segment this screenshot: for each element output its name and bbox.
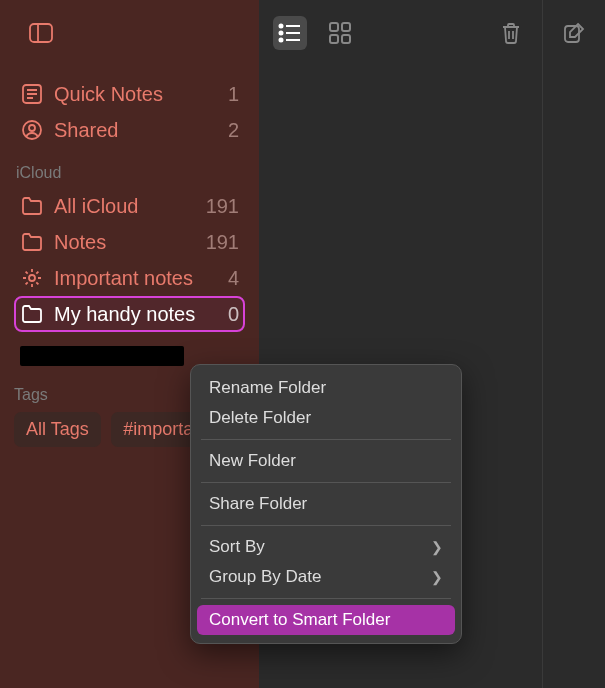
- sidebar-item-label: Important notes: [54, 267, 218, 290]
- shared-icon: [20, 118, 44, 142]
- list-view-icon[interactable]: [273, 16, 307, 50]
- sidebar-item-count: 1: [228, 83, 239, 106]
- gear-icon: [20, 266, 44, 290]
- compose-icon[interactable]: [557, 16, 591, 50]
- menu-item-rename-folder[interactable]: Rename Folder: [191, 373, 461, 403]
- menu-item-label: Share Folder: [209, 494, 307, 514]
- toggle-sidebar-icon[interactable]: [24, 16, 58, 50]
- sidebar-toolbar: [0, 0, 259, 66]
- svg-rect-12: [330, 23, 338, 31]
- chevron-right-icon: ❯: [431, 569, 443, 585]
- tag-chip-all[interactable]: All Tags: [14, 412, 101, 447]
- detail-pane: [543, 0, 605, 688]
- sidebar-item-label: All iCloud: [54, 195, 196, 218]
- menu-item-label: New Folder: [209, 451, 296, 471]
- sidebar-item-count: 191: [206, 231, 239, 254]
- svg-rect-0: [30, 24, 52, 42]
- sidebar-item-label: Notes: [54, 231, 196, 254]
- menu-divider: [201, 598, 451, 599]
- sidebar-item-count: 4: [228, 267, 239, 290]
- menu-item-label: Rename Folder: [209, 378, 326, 398]
- svg-rect-14: [330, 35, 338, 43]
- menu-item-convert-to-smart-folder[interactable]: Convert to Smart Folder: [197, 605, 455, 635]
- svg-rect-15: [342, 35, 350, 43]
- menu-item-label: Convert to Smart Folder: [209, 610, 390, 630]
- sidebar-item-count: 2: [228, 119, 239, 142]
- sidebar-item-count: 191: [206, 195, 239, 218]
- sidebar-item-all-icloud[interactable]: All iCloud 191: [14, 188, 245, 224]
- folder-icon: [20, 230, 44, 254]
- menu-item-delete-folder[interactable]: Delete Folder: [191, 403, 461, 433]
- menu-divider: [201, 482, 451, 483]
- quick-notes-icon: [20, 82, 44, 106]
- menu-item-label: Sort By: [209, 537, 265, 557]
- menu-item-share-folder[interactable]: Share Folder: [191, 489, 461, 519]
- context-menu: Rename FolderDelete FolderNew FolderShar…: [190, 364, 462, 644]
- svg-point-4: [29, 125, 35, 131]
- sidebar-item-important-notes[interactable]: Important notes 4: [14, 260, 245, 296]
- menu-item-new-folder[interactable]: New Folder: [191, 446, 461, 476]
- sidebar-item-quick-notes[interactable]: Quick Notes 1: [14, 76, 245, 112]
- menu-item-label: Delete Folder: [209, 408, 311, 428]
- menu-item-sort-by[interactable]: Sort By❯: [191, 532, 461, 562]
- menu-divider: [201, 439, 451, 440]
- svg-point-10: [280, 39, 283, 42]
- sidebar-item-label: Quick Notes: [54, 83, 218, 106]
- trash-icon[interactable]: [494, 16, 528, 50]
- sidebar-item-notes[interactable]: Notes 191: [14, 224, 245, 260]
- grid-view-icon[interactable]: [323, 16, 357, 50]
- svg-point-5: [29, 275, 35, 281]
- sidebar-top-section: Quick Notes 1 Shared 2: [0, 66, 259, 148]
- folder-icon: [20, 194, 44, 218]
- sidebar-item-shared[interactable]: Shared 2: [14, 112, 245, 148]
- menu-item-label: Group By Date: [209, 567, 321, 587]
- section-header-icloud[interactable]: iCloud: [14, 158, 245, 188]
- menu-divider: [201, 525, 451, 526]
- chevron-right-icon: ❯: [431, 539, 443, 555]
- detail-toolbar: [543, 0, 605, 66]
- folder-icon: [20, 302, 44, 326]
- sidebar-item-label: Shared: [54, 119, 218, 142]
- menu-item-group-by-date[interactable]: Group By Date❯: [191, 562, 461, 592]
- redacted-item: [20, 346, 184, 366]
- svg-point-6: [280, 25, 283, 28]
- sidebar-item-my-handy-notes[interactable]: My handy notes 0: [14, 296, 245, 332]
- sidebar-item-label: My handy notes: [54, 303, 218, 326]
- list-toolbar: [259, 0, 542, 66]
- sidebar-icloud-section: iCloud All iCloud 191 Notes 191: [0, 148, 259, 366]
- sidebar-item-count: 0: [228, 303, 239, 326]
- svg-rect-13: [342, 23, 350, 31]
- svg-point-8: [280, 32, 283, 35]
